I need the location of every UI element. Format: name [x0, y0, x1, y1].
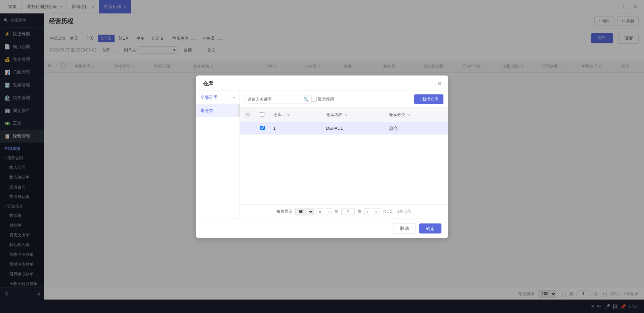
th-cat-label: 仓库分类	[389, 112, 405, 117]
warehouse-table-container: ⚙ 仓库... ⇅ 仓库名称 ⇅	[240, 108, 448, 204]
row-name: 总仓	[385, 122, 448, 134]
dialog-close-button[interactable]: ×	[438, 80, 441, 87]
search-input[interactable]	[248, 97, 301, 102]
dialog-left-header: 全部分类 «	[196, 91, 240, 104]
dialog-right-panel: 🔍 显示停用 + 新增仓库 ⚙	[240, 91, 448, 219]
right-toolbar: 🔍 显示停用 + 新增仓库	[240, 91, 448, 108]
pagination-total-info: 共1页，1条记录	[383, 209, 411, 214]
per-page-label: 每页显示	[276, 209, 293, 214]
dialog-footer: 取消 确定	[196, 219, 448, 238]
row-checkbox[interactable]	[260, 125, 265, 130]
search-icon: 🔍	[303, 96, 309, 102]
sort-id-icon[interactable]: ⇅	[287, 113, 290, 117]
th-check-warehouse	[256, 108, 269, 122]
category-item-uncategorized[interactable]: 未分类	[196, 104, 240, 117]
warehouse-dialog: 仓库 × 全部分类 « 未分类 🔍	[196, 75, 448, 238]
th-name-label: 仓库名称	[326, 112, 342, 117]
row-name-value: 总仓	[389, 125, 398, 130]
th-gear-warehouse: ⚙	[240, 108, 256, 122]
page-next-btn[interactable]: ›	[364, 208, 370, 215]
left-scrollbar	[238, 104, 240, 117]
sort-cat-icon[interactable]: ⇅	[407, 113, 410, 117]
sort-name-icon[interactable]: ⇅	[344, 113, 347, 117]
page-unit: 页	[357, 209, 361, 214]
warehouse-table: ⚙ 仓库... ⇅ 仓库名称 ⇅	[240, 108, 448, 134]
column-settings-icon[interactable]: ⚙	[244, 111, 252, 119]
show-disabled-toggle: 显示停用	[312, 96, 334, 102]
dialog-header: 仓库 ×	[196, 75, 448, 91]
row-id-value: 1	[273, 126, 276, 131]
show-disabled-checkbox[interactable]	[312, 97, 316, 102]
row-id: 1	[269, 122, 322, 134]
row-code: DEFAULT	[322, 122, 385, 134]
row-check	[256, 122, 269, 134]
all-categories-label[interactable]: 全部分类	[200, 94, 218, 100]
show-disabled-label: 显示停用	[318, 96, 334, 102]
th-warehouse-category: 仓库分类 ⇅	[385, 108, 448, 122]
add-warehouse-button[interactable]: + 新增仓库	[414, 94, 443, 104]
per-page-select[interactable]: 50 100 20	[295, 208, 314, 215]
page-label: 第	[335, 209, 339, 214]
th-warehouse-name: 仓库名称 ⇅	[322, 108, 385, 122]
row-gear	[240, 122, 256, 134]
th-id-label: 仓库...	[273, 112, 285, 117]
dialog-body: 全部分类 « 未分类 🔍 显示停用	[196, 91, 448, 219]
page-last-btn[interactable]: »	[373, 208, 380, 215]
dialog-pagination: 每页显示 50 100 20 « ‹ 第 页 › » 共1页，1条记录	[240, 204, 448, 219]
row-code-value: DEFAULT	[326, 126, 346, 131]
cancel-button[interactable]: 取消	[393, 223, 416, 234]
page-number-input[interactable]	[341, 208, 355, 215]
page-first-btn[interactable]: «	[316, 208, 324, 215]
confirm-button[interactable]: 确定	[419, 223, 441, 233]
table-row[interactable]: 1 DEFAULT 总仓	[240, 122, 448, 134]
search-box: 🔍	[245, 95, 312, 103]
left-panel-scroll: 未分类	[196, 104, 240, 219]
warehouse-table-body: 1 DEFAULT 总仓	[240, 122, 448, 134]
dialog-left-panel: 全部分类 « 未分类	[196, 91, 240, 219]
category-label: 未分类	[200, 108, 213, 113]
left-panel-collapse-btn[interactable]: «	[233, 95, 235, 100]
warehouse-table-head: ⚙ 仓库... ⇅ 仓库名称 ⇅	[240, 108, 448, 122]
select-all-warehouse[interactable]	[260, 112, 264, 116]
page-prev-btn[interactable]: ‹	[326, 208, 332, 215]
dialog-title: 仓库	[203, 80, 213, 87]
th-warehouse-id: 仓库... ⇅	[269, 108, 322, 122]
